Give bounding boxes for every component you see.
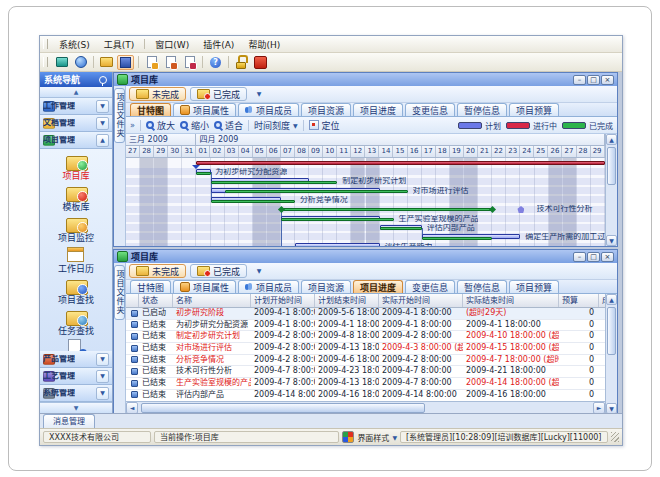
- tab[interactable]: 项目成员: [238, 103, 299, 116]
- gantt-vscrollbar[interactable]: ▲ ▼: [605, 134, 617, 246]
- tab-project-folder[interactable]: 项目文件夹: [114, 88, 125, 143]
- sidebar-item[interactable]: 项目文档查找: [40, 338, 112, 351]
- save-icon[interactable]: [117, 55, 134, 70]
- column-header[interactable]: 计划结束时间: [315, 294, 379, 307]
- sidebar-item[interactable]: 模板库: [40, 183, 112, 212]
- filter-completed-button[interactable]: 已完成: [190, 87, 247, 101]
- chevron-down-icon[interactable]: ▼: [96, 387, 109, 400]
- chevron-down-icon[interactable]: ▼: [96, 117, 109, 130]
- scroll-down-button[interactable]: ▼: [606, 235, 617, 246]
- help-icon[interactable]: [207, 55, 224, 70]
- zoom-in-button[interactable]: 放大: [146, 119, 175, 132]
- column-header[interactable]: 预算: [559, 294, 599, 307]
- tab[interactable]: 项目进度: [353, 103, 403, 116]
- tab[interactable]: 项目成员: [238, 280, 299, 293]
- report-new-icon[interactable]: [143, 55, 160, 70]
- minimize-button[interactable]: –: [573, 75, 586, 85]
- chevron-down-icon[interactable]: ▼: [96, 353, 109, 366]
- pin-icon[interactable]: [99, 76, 107, 84]
- chevron-down-icon[interactable]: ▼: [96, 100, 109, 113]
- tab[interactable]: 暂停信息: [457, 280, 507, 293]
- maximize-button[interactable]: □: [587, 75, 600, 85]
- tab[interactable]: 项目属性: [173, 280, 236, 293]
- tab[interactable]: 甘特图: [130, 103, 171, 116]
- fit-button[interactable]: 适合: [214, 119, 243, 132]
- scroll-up-button[interactable]: ▲: [606, 134, 617, 145]
- sidebar-item[interactable]: 工作日历: [40, 245, 112, 274]
- close-button[interactable]: ×: [601, 252, 614, 262]
- system-icon[interactable]: [53, 55, 70, 70]
- minimize-button[interactable]: –: [573, 252, 586, 262]
- filter-unfinished-button[interactable]: 未完成: [129, 87, 186, 101]
- column-header[interactable]: 名称: [173, 294, 251, 307]
- tab-message-management[interactable]: 消息管理: [43, 414, 95, 428]
- table-row[interactable]: 已结束技术可行性分析2009-4-7 8:00:002009-4-23 18:0…: [126, 366, 605, 378]
- tab[interactable]: 变更信息: [405, 280, 455, 293]
- tab[interactable]: 暂停信息: [457, 103, 507, 116]
- table-row[interactable]: 已启动初步研究阶段2009-4-1 8:00:002009-5-6 18:00:…: [126, 308, 605, 320]
- column-header[interactable]: [126, 294, 139, 307]
- scroll-up-button[interactable]: ▲: [606, 294, 617, 305]
- locate-button[interactable]: 定位: [309, 119, 340, 132]
- tab[interactable]: 项目资源: [301, 280, 351, 293]
- filter-more-button[interactable]: ▼: [251, 264, 267, 278]
- sidebar-group[interactable]: 产品管理▼: [40, 351, 112, 368]
- tab[interactable]: 项目属性: [173, 103, 236, 116]
- filter-more-button[interactable]: ▼: [251, 87, 267, 101]
- resize-grip[interactable]: [611, 432, 619, 442]
- tab[interactable]: 项目预算: [509, 280, 559, 293]
- web-icon[interactable]: [72, 55, 89, 70]
- column-header[interactable]: 计划开始时间: [251, 294, 315, 307]
- sidebar-collapse-button[interactable]: ▲: [40, 87, 112, 98]
- scroll-track[interactable]: [606, 305, 617, 403]
- tab-project-folder[interactable]: 项目文件夹: [114, 265, 125, 320]
- sidebar-item[interactable]: 项目查找: [40, 276, 112, 305]
- scroll-thumb[interactable]: [607, 147, 616, 185]
- scroll-thumb[interactable]: [607, 307, 616, 355]
- tab[interactable]: 项目预算: [509, 103, 559, 116]
- toolbar-grip[interactable]: [43, 57, 48, 67]
- filter-completed-button[interactable]: 已完成: [190, 264, 247, 278]
- gantt-chart[interactable]: 为初步研究分配资源制定初步研究计划对市场进行评估分析竞争情况技术可行性分析生产实…: [126, 158, 605, 246]
- table-row[interactable]: 已结束制定初步研究计划2009-4-2 8:00:002009-4-8 18:0…: [126, 331, 605, 343]
- sidebar-item[interactable]: 项目监控: [40, 214, 112, 243]
- scroll-down-button[interactable]: ▼: [606, 403, 617, 413]
- table-row[interactable]: 已结束对市场进行评估2009-4-2 8:00:002009-4-13 18:0…: [126, 343, 605, 355]
- scroll-left-button[interactable]: ◄: [126, 402, 138, 413]
- column-header[interactable]: 实际结束时间: [463, 294, 559, 307]
- sidebar-group[interactable]: 项目管理▲: [40, 132, 112, 149]
- scroll-track[interactable]: [138, 402, 593, 413]
- table-row[interactable]: 已结束为初步研究分配资源2009-4-1 8:00:002009-4-1 18:…: [126, 320, 605, 332]
- gantt-window-titlebar[interactable]: 项目库 –□×: [114, 73, 617, 86]
- table-row[interactable]: 已结束评估内部产品2009-4-14 8:00:002009-4-16 18:0…: [126, 390, 605, 401]
- chevron-down-icon[interactable]: ▼: [392, 434, 397, 441]
- toolbar-overflow-icon[interactable]: »: [130, 121, 135, 130]
- table-row[interactable]: 已结束分析竞争情况2009-4-2 8:00:002009-4-6 18:00:…: [126, 355, 605, 367]
- sidebar-group[interactable]: 工艺管理▼: [40, 368, 112, 385]
- open-folder-icon[interactable]: [98, 55, 115, 70]
- sidebar-group[interactable]: 文档管理▼: [40, 115, 112, 132]
- menu-item[interactable]: 插件(A): [196, 37, 241, 52]
- interface-style-label[interactable]: 界面样式: [357, 432, 389, 443]
- filter-unfinished-button[interactable]: 未完成: [129, 264, 186, 278]
- table-hscrollbar[interactable]: ◄ ►: [126, 401, 605, 413]
- close-button[interactable]: ×: [601, 75, 614, 85]
- tab[interactable]: 甘特图: [130, 280, 171, 293]
- chevron-up-icon[interactable]: ▲: [96, 134, 109, 147]
- menu-grip[interactable]: [43, 39, 48, 49]
- sidebar-overflow-button[interactable]: ▼: [40, 402, 112, 413]
- time-scale-dropdown[interactable]: 时间刻度▼: [254, 119, 298, 132]
- chevron-down-icon[interactable]: ▼: [96, 370, 109, 383]
- interface-style-icon[interactable]: [342, 431, 354, 443]
- sidebar-group[interactable]: 工作管理▼: [40, 98, 112, 115]
- sidebar-item[interactable]: 项目库: [40, 152, 112, 181]
- exit-icon[interactable]: [252, 55, 269, 70]
- column-header[interactable]: 实际开始时间: [379, 294, 463, 307]
- tab[interactable]: 项目资源: [301, 103, 351, 116]
- menu-item[interactable]: 窗口(W): [148, 37, 196, 52]
- zoom-out-button[interactable]: 缩小: [180, 119, 209, 132]
- table-row[interactable]: 已结束生产实验室规模的产品2009-4-7 8:00:002009-4-13 1…: [126, 378, 605, 390]
- scroll-track[interactable]: [606, 145, 617, 235]
- menu-item[interactable]: 帮助(H): [241, 37, 287, 52]
- scroll-thumb[interactable]: [141, 403, 425, 413]
